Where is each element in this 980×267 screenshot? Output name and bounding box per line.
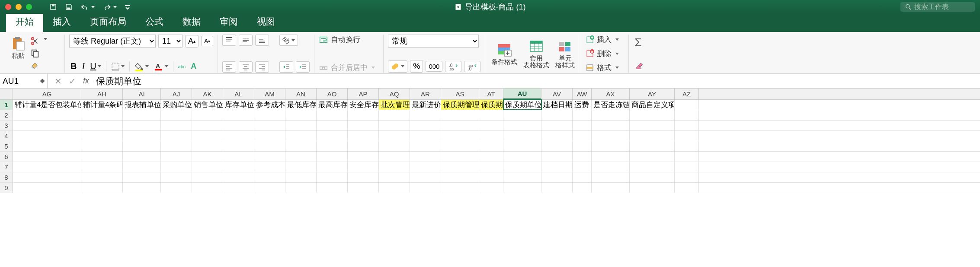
cell-AS4[interactable] (441, 131, 479, 141)
cell-AL3[interactable] (223, 121, 254, 130)
cell-AM8[interactable] (254, 172, 285, 182)
format-cells-button[interactable]: 格式 (586, 63, 624, 73)
cell-AR6[interactable] (410, 152, 441, 162)
cell-AU9[interactable] (503, 183, 541, 193)
qat-customize-icon[interactable] (125, 4, 131, 10)
cell-AQ5[interactable] (379, 141, 410, 151)
cell-AV2[interactable] (541, 110, 573, 120)
cell-AQ7[interactable] (379, 162, 410, 172)
cell-AZ1[interactable] (675, 100, 699, 110)
cell-AT5[interactable] (479, 141, 503, 151)
cell-AP4[interactable] (348, 131, 379, 141)
cell-AR8[interactable] (410, 172, 441, 182)
cell-AV6[interactable] (541, 152, 573, 162)
cell-AI9[interactable] (123, 183, 161, 193)
column-header-AS[interactable]: AS (441, 89, 479, 99)
cell-AZ7[interactable] (675, 162, 699, 172)
cell-AQ8[interactable] (379, 172, 410, 182)
cell-AT8[interactable] (479, 172, 503, 182)
cell-AX8[interactable] (592, 172, 630, 182)
align-bottom-button[interactable] (255, 35, 269, 46)
cell-AY6[interactable] (630, 152, 675, 162)
cell-AZ5[interactable] (675, 141, 699, 151)
column-header-AP[interactable]: AP (348, 89, 379, 99)
cell-AN6[interactable] (285, 152, 317, 162)
cell-AT6[interactable] (479, 152, 503, 162)
cell-AX5[interactable] (592, 141, 630, 151)
cell-AW9[interactable] (573, 183, 592, 193)
cell-AG1[interactable]: 辅计量4是否包装单位 (13, 100, 81, 110)
bold-button[interactable]: B (69, 60, 78, 73)
cell-AN8[interactable] (285, 172, 317, 182)
cell-AU3[interactable] (503, 121, 541, 130)
cell-AM3[interactable] (254, 121, 285, 130)
cell-AN7[interactable] (285, 162, 317, 172)
font-color-button[interactable]: A (153, 60, 170, 73)
cell-AQ1[interactable]: 批次管理 (379, 100, 410, 110)
cell-AV9[interactable] (541, 183, 573, 193)
cell-AZ8[interactable] (675, 172, 699, 182)
cell-AH7[interactable] (81, 162, 123, 172)
row-header[interactable]: 8 (0, 172, 13, 182)
cell-AX4[interactable] (592, 131, 630, 141)
cell-AT1[interactable]: 保质期 (479, 100, 503, 110)
cell-AJ5[interactable] (161, 141, 192, 151)
cell-AG5[interactable] (13, 141, 81, 151)
namebox-spinner[interactable] (40, 79, 45, 83)
cell-AM5[interactable] (254, 141, 285, 151)
cell-AW3[interactable] (573, 121, 592, 130)
cell-AU1[interactable]: 保质期单位 (503, 100, 541, 110)
conditional-format-button[interactable]: 条件格式 (490, 41, 519, 67)
cell-AS6[interactable] (441, 152, 479, 162)
cell-AK5[interactable] (192, 141, 223, 151)
cell-AL4[interactable] (223, 131, 254, 141)
cell-AJ3[interactable] (161, 121, 192, 130)
align-middle-button[interactable] (239, 35, 253, 46)
redo-icon[interactable] (102, 3, 117, 10)
cell-AM1[interactable]: 参考成本 (254, 100, 285, 110)
cell-AU4[interactable] (503, 131, 541, 141)
cell-AV1[interactable]: 建档日期 (541, 100, 573, 110)
cell-AS5[interactable] (441, 141, 479, 151)
cell-AN9[interactable] (285, 183, 317, 193)
cell-AP6[interactable] (348, 152, 379, 162)
number-format-select[interactable]: 常规 (388, 35, 479, 48)
cell-AZ3[interactable] (675, 121, 699, 130)
minimize-window-icon[interactable] (16, 4, 22, 10)
cell-AR3[interactable] (410, 121, 441, 130)
cell-AU8[interactable] (503, 172, 541, 182)
formula-input[interactable] (93, 76, 980, 86)
cell-AG6[interactable] (13, 152, 81, 162)
cell-AO3[interactable] (317, 121, 348, 130)
cell-AV8[interactable] (541, 172, 573, 182)
close-window-icon[interactable] (5, 4, 11, 10)
cell-AI3[interactable] (123, 121, 161, 130)
row-header[interactable]: 9 (0, 183, 13, 193)
tab-review[interactable]: 审阅 (210, 12, 247, 32)
currency-button[interactable] (388, 60, 407, 73)
cell-AV3[interactable] (541, 121, 573, 130)
cell-AM9[interactable] (254, 183, 285, 193)
cell-AQ9[interactable] (379, 183, 410, 193)
cell-AO9[interactable] (317, 183, 348, 193)
cell-AY5[interactable] (630, 141, 675, 151)
cell-AN3[interactable] (285, 121, 317, 130)
cell-AN1[interactable]: 最低库存 (285, 100, 317, 110)
cell-AG7[interactable] (13, 162, 81, 172)
cell-AY4[interactable] (630, 131, 675, 141)
increase-indent-button[interactable] (296, 61, 310, 73)
column-header-AM[interactable]: AM (254, 89, 285, 99)
tab-formulas[interactable]: 公式 (136, 12, 173, 32)
cell-AO8[interactable] (317, 172, 348, 182)
cell-AG3[interactable] (13, 121, 81, 130)
cell-AH5[interactable] (81, 141, 123, 151)
cell-AJ4[interactable] (161, 131, 192, 141)
cell-AS9[interactable] (441, 183, 479, 193)
cell-AQ4[interactable] (379, 131, 410, 141)
cell-AT2[interactable] (479, 110, 503, 120)
fx-icon[interactable]: fx (83, 76, 93, 86)
cell-AI7[interactable] (123, 162, 161, 172)
cell-AV5[interactable] (541, 141, 573, 151)
cell-AN2[interactable] (285, 110, 317, 120)
cell-AW2[interactable] (573, 110, 592, 120)
